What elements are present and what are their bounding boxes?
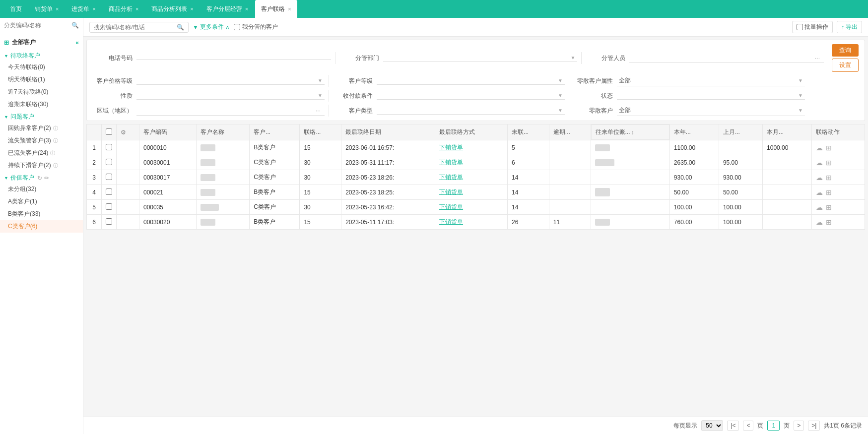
close-icon[interactable]: ×: [190, 6, 193, 12]
close-icon[interactable]: ×: [92, 6, 95, 12]
settings-icon[interactable]: ⚙: [121, 129, 126, 136]
filter-grade-select[interactable]: ▼: [377, 77, 565, 85]
row-checkbox[interactable]: [106, 203, 112, 210]
filter-price-level-select[interactable]: ▼: [136, 77, 325, 85]
contact-method-link[interactable]: 下销货单: [439, 203, 463, 210]
select-all-checkbox[interactable]: [106, 128, 112, 135]
nav-home[interactable]: 首页: [4, 0, 28, 18]
row-checkbox[interactable]: [106, 218, 112, 225]
col-header-last-month[interactable]: 上月...: [719, 124, 762, 140]
search-icon[interactable]: 🔍: [177, 24, 184, 31]
row-unit-amount: ●●●●: [591, 140, 669, 155]
more-action-icon[interactable]: ⊞: [826, 218, 832, 226]
sidebar-item-churned[interactable]: 已流失客户(24) ⓘ: [0, 147, 83, 159]
col-header-name[interactable]: 客户名称: [197, 124, 250, 140]
my-customers-checkbox[interactable]: 我分管的客户: [234, 23, 278, 31]
row-checkbox[interactable]: [106, 159, 112, 165]
col-header-overdue[interactable]: 逾期...: [549, 124, 591, 140]
row-checkbox[interactable]: [106, 174, 112, 180]
more-action-icon[interactable]: ⊞: [826, 188, 832, 196]
more-action-icon[interactable]: ⊞: [826, 144, 832, 152]
contact-method-link[interactable]: 下销货单: [439, 188, 463, 195]
manager-dots-button[interactable]: ···: [813, 55, 822, 62]
search-input[interactable]: [94, 24, 175, 31]
next-page-button[interactable]: >: [794, 421, 804, 431]
sidebar-item-declining[interactable]: 持续下滑客户(2) ⓘ: [0, 159, 83, 172]
contact-method-link[interactable]: 下销货单: [439, 174, 463, 181]
sidebar-item-class-a[interactable]: A类客户(1): [0, 195, 83, 208]
col-header-contact[interactable]: 联络...: [300, 124, 341, 140]
nav-sales-order[interactable]: 销货单 ×: [29, 0, 65, 18]
close-icon[interactable]: ×: [288, 6, 291, 12]
edit-icon[interactable]: ✏: [44, 175, 49, 182]
sidebar-item-churn-warning[interactable]: 流失预警客户(3) ⓘ: [0, 134, 83, 147]
more-filter-button[interactable]: ▼ 更多条件 ∧: [193, 23, 230, 31]
row-checkbox[interactable]: [106, 188, 112, 195]
row-checkbox[interactable]: [106, 144, 112, 150]
col-header-this-year[interactable]: 本年...: [669, 124, 719, 140]
contact-action-icon[interactable]: ☁: [816, 144, 823, 152]
info-icon: ⓘ: [50, 150, 55, 157]
set-button[interactable]: 设置: [832, 59, 859, 72]
filter-retail-select[interactable]: 全部▼: [617, 105, 805, 116]
contact-method-link[interactable]: 下销货单: [439, 218, 463, 225]
contact-method-link[interactable]: 下销货单: [439, 144, 463, 151]
col-header-last-date[interactable]: 最后联络日期: [341, 124, 435, 140]
sort-icon[interactable]: ↕: [631, 129, 634, 136]
sidebar-item-class-b[interactable]: B类客户(33): [0, 208, 83, 220]
col-header-not-contacted[interactable]: 未联...: [508, 124, 549, 140]
more-action-icon[interactable]: ⊞: [826, 203, 832, 211]
sidebar-item-overdue[interactable]: 逾期未联络(30): [0, 98, 83, 111]
col-header-unit-amount[interactable]: 往来单位账... ↕: [591, 124, 669, 140]
col-header-code[interactable]: 客户编码: [139, 124, 197, 140]
col-header-action[interactable]: 联络动作: [812, 124, 865, 140]
close-icon[interactable]: ×: [245, 6, 248, 12]
nav-purchase-order[interactable]: 进货单 ×: [66, 0, 101, 18]
contact-action-icon[interactable]: ☁: [816, 203, 823, 211]
refresh-icon[interactable]: ↻: [37, 175, 42, 182]
batch-checkbox[interactable]: [797, 24, 803, 30]
more-action-icon[interactable]: ⊞: [826, 174, 832, 182]
region-dots-button[interactable]: ···: [314, 107, 323, 114]
my-customers-check[interactable]: [234, 24, 240, 30]
last-page-button[interactable]: >|: [808, 421, 820, 431]
first-page-button[interactable]: |<: [727, 421, 739, 431]
sidebar-all-customers[interactable]: ⊞ 全部客户 «: [0, 35, 83, 50]
filter-customer-type-select[interactable]: ▼: [377, 107, 565, 115]
batch-ops-button[interactable]: 批量操作: [792, 21, 833, 33]
page-size-select[interactable]: 50: [701, 420, 723, 431]
col-header-type[interactable]: 客户...: [250, 124, 300, 140]
query-button[interactable]: 查询: [832, 44, 859, 57]
filter-status-select[interactable]: ▼: [617, 92, 805, 100]
nav-product-analysis[interactable]: 商品分析 ×: [103, 0, 144, 18]
nav-customer-segmentation[interactable]: 客户分层经营 ×: [200, 0, 254, 18]
more-action-icon[interactable]: ⊞: [826, 159, 832, 167]
close-icon[interactable]: ×: [135, 6, 138, 12]
sidebar-search-input[interactable]: [4, 22, 69, 29]
nav-customer-contact[interactable]: 客户联络 ×: [255, 0, 297, 18]
sidebar-item-7days[interactable]: 近7天待联络(0): [0, 86, 83, 98]
contact-action-icon[interactable]: ☁: [816, 218, 823, 226]
sidebar-item-abnormal-repurchase[interactable]: 回购异常客户(2) ⓘ: [0, 122, 83, 134]
contact-action-icon[interactable]: ☁: [816, 188, 823, 196]
filter-dept-select[interactable]: ▼: [383, 54, 578, 62]
contact-action-icon[interactable]: ☁: [816, 159, 823, 167]
search-icon[interactable]: 🔍: [71, 22, 79, 29]
filter-phone-input[interactable]: [136, 57, 331, 60]
col-header-last-method[interactable]: 最后联络方式: [435, 124, 508, 140]
sidebar-item-tomorrow[interactable]: 明天待联络(1): [0, 73, 83, 86]
nav-product-analysis-list[interactable]: 商品分析列表 ×: [145, 0, 199, 18]
filter-nature-select[interactable]: ▼: [136, 92, 325, 100]
collapse-icon[interactable]: «: [75, 39, 79, 46]
sidebar-item-today[interactable]: 今天待联络(0): [0, 61, 83, 73]
prev-page-button[interactable]: <: [743, 421, 753, 431]
filter-retail-attr-select[interactable]: 全部▼: [617, 75, 805, 86]
contact-action-icon[interactable]: ☁: [816, 174, 823, 182]
export-button[interactable]: ↑ 导出: [837, 21, 862, 33]
col-header-this-month[interactable]: 本月...: [763, 124, 812, 140]
close-icon[interactable]: ×: [56, 6, 59, 12]
sidebar-item-class-c[interactable]: C类客户(6): [0, 220, 83, 233]
sidebar-item-ungrouped[interactable]: 未分组(32): [0, 183, 83, 195]
filter-payment-select[interactable]: ▼: [377, 92, 565, 100]
contact-method-link[interactable]: 下销货单: [439, 159, 463, 166]
